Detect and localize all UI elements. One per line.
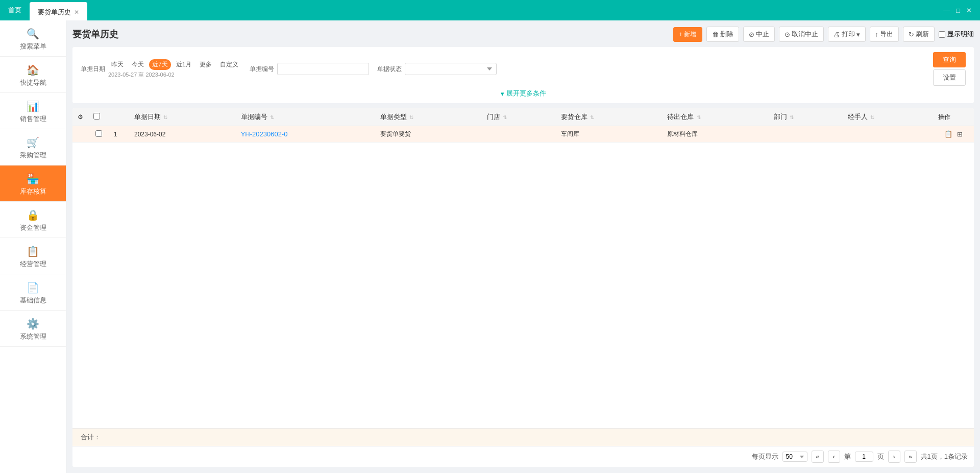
expand-more-button[interactable]: ▾ 展开更多条件 [501, 89, 546, 98]
sales-icon: 📊 [27, 100, 39, 112]
search-menu-icon: 🔍 [27, 28, 39, 40]
th-reqwarehouse[interactable]: 要货仓库 ⇅ [556, 108, 663, 126]
page-label-after: 页 [877, 452, 884, 461]
tab-requisition-history[interactable]: 要货单历史 ✕ [30, 2, 87, 22]
td-reqwarehouse: 车间库 [556, 126, 663, 143]
th-doctype[interactable]: 单据类型 ⇅ [375, 108, 482, 126]
th-store[interactable]: 门店 ⇅ [482, 108, 556, 126]
maximize-icon[interactable]: □ [956, 7, 960, 14]
docno-filter-group: 单据编号 [250, 63, 369, 75]
th-handler[interactable]: 经手人 ⇅ [843, 108, 933, 126]
delete-button[interactable]: 🗑 删除 [706, 27, 739, 42]
sidebar-item-operations[interactable]: 📋 经营管理 [0, 238, 66, 274]
row-checkbox[interactable] [95, 130, 102, 137]
close-tab-icon[interactable]: ✕ [74, 9, 79, 16]
tab-bar: 首页 要货单历史 ✕ [0, 0, 87, 20]
th-docno[interactable]: 单据编号 ⇅ [236, 108, 375, 126]
date-btn-7days[interactable]: 近7天 [149, 59, 171, 70]
th-pendingwarehouse[interactable]: 待出仓库 ⇅ [662, 108, 769, 126]
td-checkbox [88, 126, 109, 143]
sidebar-item-system[interactable]: ⚙️ 系统管理 [0, 311, 66, 347]
date-btn-1month[interactable]: 近1月 [173, 59, 195, 70]
date-btn-today[interactable]: 今天 [129, 59, 147, 70]
td-settings [72, 126, 88, 143]
docno-input[interactable] [277, 63, 369, 75]
sidebar-item-search-menu[interactable]: 🔍 搜索菜单 [0, 20, 66, 57]
sort-dept-icon: ⇅ [790, 114, 794, 120]
export-icon: ↑ [875, 31, 879, 38]
date-btn-more[interactable]: 更多 [197, 59, 215, 70]
query-button[interactable]: 查询 [933, 52, 966, 67]
sidebar-item-label: 基础信息 [20, 296, 46, 305]
status-label: 单据状态 [377, 65, 402, 74]
table-container: ⚙ 单据日期 ⇅ 单据编号 ⇅ [72, 108, 974, 467]
summary-row: 合计： [72, 428, 974, 446]
cancel-stop-button[interactable]: ⊙ 取消中止 [779, 27, 824, 42]
th-ops: 操作 [933, 108, 974, 126]
tab-home[interactable]: 首页 [0, 0, 30, 20]
row-edit-icon[interactable]: 📋 [944, 130, 952, 138]
page-size-select[interactable]: 10 20 50 100 [782, 452, 807, 462]
sidebar-item-label: 搜索菜单 [20, 42, 46, 51]
prev-page-button[interactable]: ‹ [828, 451, 840, 463]
sidebar-item-purchase[interactable]: 🛒 采购管理 [0, 129, 66, 165]
sidebar-item-inventory[interactable]: 🏪 库存核算 [0, 165, 66, 202]
sidebar-item-label: 系统管理 [20, 332, 46, 341]
first-page-button[interactable]: « [812, 451, 824, 463]
sidebar-item-label: 经营管理 [20, 259, 46, 269]
sidebar-item-quick-nav[interactable]: 🏠 快捷导航 [0, 57, 66, 93]
settings-button[interactable]: 设置 [933, 69, 966, 86]
settings-col-header[interactable]: ⚙ [72, 108, 88, 126]
docno-link[interactable]: YH-20230602-0 [241, 130, 288, 138]
close-icon[interactable]: ✕ [966, 7, 972, 14]
show-detail-checkbox-group[interactable]: 显示明细 [939, 30, 974, 39]
export-button[interactable]: ↑ 导出 [870, 27, 899, 42]
minimize-icon[interactable]: — [943, 7, 950, 14]
sidebar-item-label: 资金管理 [20, 223, 46, 232]
sort-reqwarehouse-icon: ⇅ [590, 114, 594, 120]
sort-handler-icon: ⇅ [870, 114, 874, 120]
content-area: 要货单历史 + 新增 🗑 删除 ⊘ 中止 ⊙ 取消中止 🖨 打印 [66, 20, 980, 473]
sort-store-icon: ⇅ [503, 114, 507, 120]
toolbar: + 新增 🗑 删除 ⊘ 中止 ⊙ 取消中止 🖨 打印 ▾ [673, 27, 974, 42]
td-docdate: 2023-06-02 [129, 126, 236, 143]
date-filter-label: 单据日期 [81, 65, 105, 74]
td-docno: YH-20230602-0 [236, 126, 375, 143]
th-dept[interactable]: 部门 ⇅ [769, 108, 843, 126]
finance-icon: 🔒 [27, 209, 39, 221]
filter-panel: 单据日期 昨天 今天 近7天 近1月 更多 自定义 2023-05-27 至 2… [72, 47, 974, 103]
sidebar-item-finance[interactable]: 🔒 资金管理 [0, 202, 66, 238]
refresh-button[interactable]: ↻ 刷新 [903, 27, 935, 42]
print-icon: 🖨 [834, 31, 840, 38]
select-all-checkbox[interactable] [93, 113, 100, 120]
delete-icon: 🗑 [712, 31, 719, 38]
row-delete-icon[interactable]: ⊞ [957, 130, 963, 138]
date-btn-yesterday[interactable]: 昨天 [108, 59, 127, 70]
show-detail-checkbox[interactable] [939, 31, 945, 38]
stop-button[interactable]: ⊘ 中止 [743, 27, 775, 42]
th-docdate[interactable]: 单据日期 ⇅ [129, 108, 236, 126]
page-header: 要货单历史 + 新增 🗑 删除 ⊘ 中止 ⊙ 取消中止 🖨 打印 [72, 27, 974, 42]
docno-label: 单据编号 [250, 65, 274, 74]
td-doctype: 要货单要货 [375, 126, 482, 143]
last-page-button[interactable]: » [904, 451, 917, 463]
cancel-stop-icon: ⊙ [785, 31, 790, 38]
total-info: 共1页，1条记录 [921, 452, 968, 461]
purchase-icon: 🛒 [27, 136, 39, 149]
date-range-text: 2023-05-27 至 2023-06-02 [108, 71, 241, 79]
date-filter-group: 单据日期 昨天 今天 近7天 近1月 更多 自定义 2023-05-27 至 2… [81, 59, 241, 79]
filter-row: 单据日期 昨天 今天 近7天 近1月 更多 自定义 2023-05-27 至 2… [81, 52, 966, 86]
next-page-button[interactable]: › [888, 451, 900, 463]
sort-pendingwarehouse-icon: ⇅ [697, 114, 701, 120]
status-select[interactable] [405, 63, 497, 75]
top-bar: 首页 要货单历史 ✕ — □ ✕ [0, 0, 980, 20]
date-btn-custom[interactable]: 自定义 [217, 59, 241, 70]
new-button[interactable]: + 新增 [673, 27, 702, 42]
print-button[interactable]: 🖨 打印 ▾ [828, 27, 866, 42]
checkbox-col-header [88, 108, 109, 126]
sidebar-item-sales[interactable]: 📊 销售管理 [0, 93, 66, 129]
sidebar-item-basic-info[interactable]: 📄 基础信息 [0, 274, 66, 311]
filter-actions: 查询 设置 [933, 52, 966, 86]
page-number-input[interactable] [855, 452, 873, 462]
sidebar-item-label: 采购管理 [20, 151, 46, 160]
